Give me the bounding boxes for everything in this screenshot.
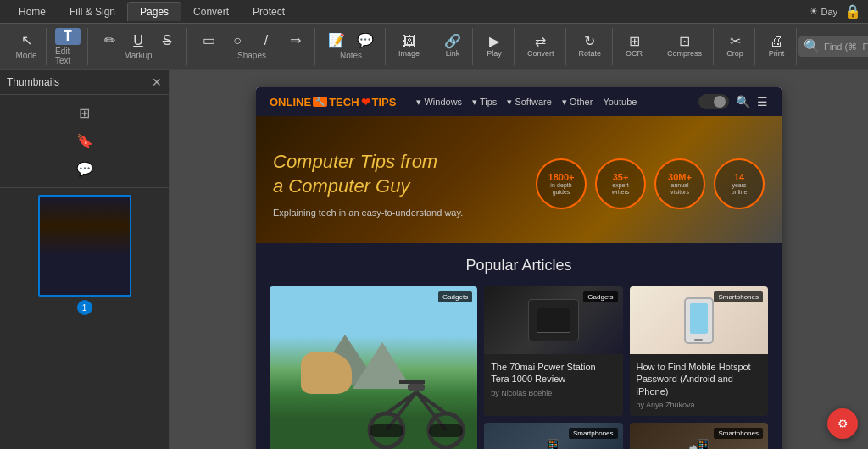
website-hero: Computer Tips froma Computer Guy Explain… [256,116,782,243]
image-button[interactable]: 🖼 Image [394,33,424,59]
tab-bar: Home Fill & Sign Pages Convert Protect ☀… [0,0,868,24]
nav-windows[interactable]: ▾ Windows [416,97,462,108]
line-button[interactable]: / [253,32,279,49]
sidebar-close-button[interactable]: ✕ [152,75,162,89]
main-area: Thumbnails ✕ ⊞ 🔖 💬 1 [0,70,868,449]
text-icon: T [64,30,72,43]
article-card-2[interactable]: Smartphones How to Find Mobile Hotspot P… [630,286,768,416]
article-card-1-badge: Gadgets [583,291,617,302]
arrow-button[interactable]: ⇒ [282,32,308,49]
hero-subtitle: Explaining tech in an easy-to-understand… [273,208,536,218]
comment-button[interactable]: 💬 [353,32,378,49]
tab-home[interactable]: Home [7,3,58,21]
toolbar-group-play: ▶ Play [475,28,515,65]
compress-button[interactable]: ⊡ Compress [663,33,706,59]
tab-fill-sign[interactable]: Fill & Sign [58,3,127,21]
thumbnail-image [38,195,131,297]
article-card-2-info: How to Find Mobile Hotspot Password (And… [630,354,768,416]
link-label: Link [446,49,460,58]
hero-title: Computer Tips froma Computer Guy [273,150,536,198]
stat-years-label: yearsonline [732,182,748,197]
comment-icon: 💬 [357,34,374,47]
article-card-4-badge: Smartphones [714,428,763,439]
tab-pages[interactable]: Pages [127,2,181,21]
hero-stats: 1800+ in-depthguides 35+ expertwriters 3… [536,158,765,209]
nav-other[interactable]: ▾ Other [562,97,593,108]
rotate-button[interactable]: ↻ Rotate [575,33,606,59]
stat-writers-label: expertwriters [612,182,630,197]
line-icon: / [264,34,268,47]
search-input[interactable] [824,42,868,52]
edit-text-label: Edit Text [55,47,81,65]
comment-panel-button[interactable]: 💬 [3,158,165,180]
tab-convert[interactable]: Convert [181,3,241,21]
highlight-button[interactable]: ✏ [97,32,122,49]
sidebar-header: Thumbnails ✕ [0,70,169,95]
article-card-1-info: The 70mai Power Station Tera 1000 Review… [484,354,622,404]
stat-guides-label: in-depthguides [550,182,571,197]
hero-text: Computer Tips froma Computer Guy Explain… [273,150,536,217]
thumbnail-area: 1 [0,188,169,449]
page-number-badge: 1 [77,300,92,315]
tab-protect[interactable]: Protect [241,3,297,21]
thumbnail-page-1[interactable]: 1 [7,195,162,315]
website-nav: ONLINE 🔧 TECH ❤ TIPS ▾ Windows ▾ Tips ▾ … [256,87,782,116]
popular-title: Popular Articles [270,257,768,274]
day-badge: ☀ Day [810,6,837,17]
article-card-1-author: by Nicolas Boehle [491,389,615,397]
nav-search-icon[interactable]: 🔍 [736,95,750,108]
stat-visitors-num: 30M+ [668,172,692,182]
rectangle-button[interactable]: ▭ [196,32,221,49]
toolbar-group-compress: ⊡ Compress [656,28,714,65]
mode-button[interactable]: ↖ [14,32,39,49]
ocr-button[interactable]: ⊞ OCR [621,33,647,59]
strikethrough-icon: S [163,34,172,47]
link-icon: 🔗 [444,35,461,48]
popular-section: Popular Articles [256,243,782,449]
toolbar-group-ocr: ⊞ OCR [615,28,654,65]
bookmark-button[interactable]: 🔖 [3,130,165,152]
floating-action-button[interactable]: ⚙ [827,408,858,439]
logo-heart-icon: ❤ [361,96,370,108]
search-box[interactable]: 🔍 ▾ [798,36,868,57]
rotate-label: Rotate [579,49,602,58]
thumbnail-view-button[interactable]: ⊞ [3,102,165,125]
circle-icon: ○ [233,34,242,47]
nav-software[interactable]: ▾ Software [507,97,551,108]
article-card-1[interactable]: Gadgets The 70mai Power Station Tera 100… [484,286,622,416]
nav-menu-icon[interactable]: ☰ [757,95,768,108]
crop-label: Crop [726,49,743,58]
theme-toggle[interactable] [698,94,729,109]
nav-right: 🔍 ☰ [698,94,768,109]
shapes-label: Shapes [237,51,266,60]
edit-text-button[interactable]: T [55,28,81,45]
lock-icon: 🔒 [844,3,861,19]
stat-writers: 35+ expertwriters [595,158,646,209]
print-button[interactable]: 🖨 Print [764,33,789,59]
play-button[interactable]: ▶ Play [481,33,507,59]
sticky-note-button[interactable]: 📝 [324,32,349,49]
nav-tips[interactable]: ▾ Tips [472,97,497,108]
circle-button[interactable]: ○ [225,32,250,49]
site-logo: ONLINE 🔧 TECH ❤ TIPS [270,96,396,108]
convert-button[interactable]: ⇄ Convert [523,33,559,59]
underline-icon: U [133,34,143,47]
article-card-2-author: by Anya Zhukova [637,401,761,409]
image-label: Image [398,49,420,58]
strikethrough-button[interactable]: S [154,32,180,49]
article-card-3[interactable]: 📱 Smartphones [484,423,622,449]
toolbar-group-mode: ↖ Mode [7,28,47,65]
article-main[interactable]: Gadgets [270,286,477,449]
link-button[interactable]: 🔗 Link [440,33,465,59]
arrow-icon: ⇒ [290,34,301,47]
stat-guides: 1800+ in-depthguides [536,158,587,209]
underline-button[interactable]: U [125,32,151,49]
crop-button[interactable]: ✂ Crop [722,33,748,59]
logo-text-online: ONLINE [270,96,311,108]
nav-youtube[interactable]: Youtube [603,97,637,108]
article-card-4[interactable]: 📲 Smartphones [630,423,768,449]
floating-action-icon: ⚙ [837,417,849,430]
nav-links: ▾ Windows ▾ Tips ▾ Software ▾ Other Yout… [416,97,637,108]
stat-years-num: 14 [734,172,744,182]
toolbar-group-convert: ⇄ Convert [516,28,566,65]
